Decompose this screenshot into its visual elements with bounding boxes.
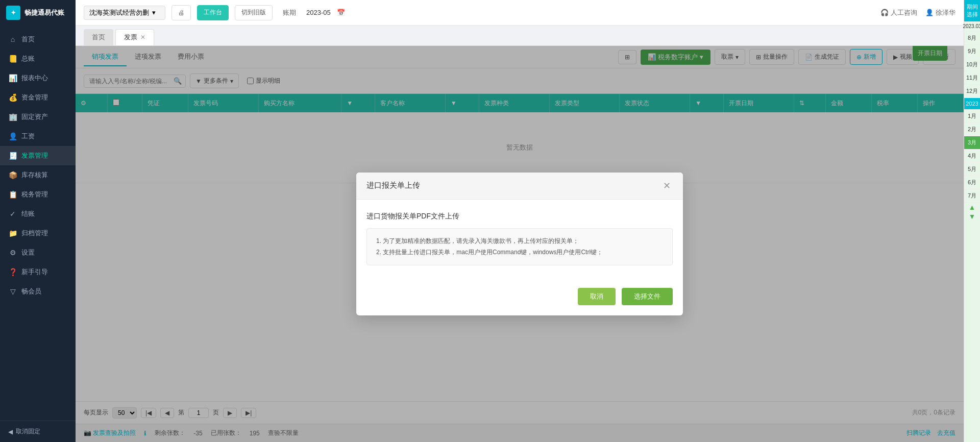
- settings-icon: ⚙: [8, 248, 17, 257]
- sidebar-item-label: 工资: [21, 132, 35, 141]
- period-month-1[interactable]: 9月: [964, 45, 980, 58]
- period-month-10[interactable]: 5月: [964, 163, 980, 176]
- period-month-3[interactable]: 11月: [964, 71, 980, 85]
- reports-icon: 📊: [8, 73, 17, 83]
- sidebar-item-settings[interactable]: ⚙设置: [0, 243, 76, 262]
- modal-dialog: 进口报关单上传 ✕ 进口货物报关单PDF文件上传 1. 为了更加精准的数据匹配，…: [356, 173, 683, 315]
- sidebar-logo: ✦ 畅捷通易代账: [0, 0, 76, 26]
- tabbar: 首页 发票 ✕: [76, 26, 964, 46]
- ledger-icon: 📒: [8, 54, 17, 63]
- period-selector-label[interactable]: 期间选择: [964, 0, 980, 21]
- sidebar-item-label: 畅会员: [21, 287, 41, 296]
- user-profile[interactable]: 👤 徐泽华: [925, 8, 955, 17]
- sidebar-item-label: 总账: [21, 54, 35, 63]
- sidebar-item-home[interactable]: ⌂首页: [0, 30, 76, 49]
- tab-home[interactable]: 首页: [84, 29, 113, 45]
- modal-info-box: 1. 为了更加精准的数据匹配，请先录入海关缴款书，再上传对应的报关单； 2. 支…: [366, 228, 673, 265]
- sidebar-item-label: 结账: [21, 209, 35, 218]
- period-up-btn[interactable]: ▲: [965, 203, 979, 212]
- sidebar-item-inventory[interactable]: 📦库存核算: [0, 165, 76, 185]
- sidebar-item-label: 库存核算: [21, 170, 48, 180]
- salary-icon: 👤: [8, 132, 17, 141]
- sidebar-item-label: 首页: [21, 35, 35, 44]
- modal-body: 进口货物报关单PDF文件上传 1. 为了更加精准的数据匹配，请先录入海关缴款书，…: [356, 200, 683, 288]
- sidebar-item-archive[interactable]: 📁归档管理: [0, 224, 76, 243]
- guide-icon: ❓: [8, 267, 17, 277]
- sidebar-item-tax[interactable]: 📋税务管理: [0, 185, 76, 204]
- period-month-12[interactable]: 7月: [964, 189, 980, 203]
- modal-close-btn[interactable]: ✕: [660, 180, 673, 192]
- settle-icon: ✓: [8, 209, 17, 218]
- sidebar-item-label: 资金管理: [21, 93, 48, 102]
- calendar-icon[interactable]: 📅: [337, 9, 345, 16]
- period-month-2[interactable]: 10月: [964, 58, 980, 71]
- sidebar-item-label: 发票管理: [21, 151, 48, 160]
- inventory-icon: 📦: [8, 170, 17, 180]
- modal-title: 进口报关单上传: [366, 181, 420, 190]
- sidebar-item-salary[interactable]: 👤工资: [0, 127, 76, 146]
- sidebar-item-invoice[interactable]: 🧾发票管理: [0, 146, 76, 165]
- logo-text: 畅捷通易代账: [24, 8, 64, 17]
- topbar: 沈海英测试经营勿删 ▾ 🖨 工作台 切到旧版 账期 2023-05 📅 🎧 人工…: [76, 0, 964, 26]
- modal-overlay[interactable]: 进口报关单上传 ✕ 进口货物报关单PDF文件上传 1. 为了更加精准的数据匹配，…: [76, 46, 964, 442]
- invoice-icon: 🧾: [8, 151, 17, 160]
- right-panel: 期间选择 2023.03 8月9月10月11月12月20231月2月3月4月5月…: [964, 0, 980, 442]
- period-month-11[interactable]: 6月: [964, 176, 980, 189]
- modal-header: 进口报关单上传 ✕: [356, 173, 683, 200]
- sidebar-item-label: 税务管理: [21, 190, 48, 199]
- modal-select-file-btn[interactable]: 选择文件: [622, 288, 673, 305]
- tab-home-label: 首页: [92, 33, 105, 42]
- period-label: 账期: [283, 8, 296, 17]
- headset-icon: 🎧: [880, 9, 889, 16]
- tax-icon: 📋: [8, 190, 17, 199]
- chevron-down-icon: ▾: [152, 9, 156, 16]
- home-icon: ⌂: [8, 35, 17, 44]
- topbar-right: 🎧 人工咨询 👤 徐泽华: [880, 8, 955, 17]
- period-month-9[interactable]: 4月: [964, 150, 980, 163]
- sidebar-item-ledger[interactable]: 📒总账: [0, 49, 76, 68]
- period-month-6[interactable]: 1月: [964, 110, 980, 123]
- sidebar-item-label: 设置: [21, 248, 35, 257]
- modal-section-title: 进口货物报关单PDF文件上传: [366, 212, 673, 221]
- sidebar-item-member[interactable]: ▽畅会员: [0, 282, 76, 301]
- sidebar-footer-label: 取消固定: [16, 427, 40, 436]
- modal-info-item-1: 1. 为了更加精准的数据匹配，请先录入海关缴款书，再上传对应的报关单；: [376, 236, 663, 247]
- sidebar-item-label: 报表中心: [21, 73, 48, 83]
- period-value: 2023-05: [306, 9, 331, 16]
- sidebar-item-label: 固定资产: [21, 112, 48, 121]
- sidebar: ✦ 畅捷通易代账 ⌂首页📒总账📊报表中心💰资金管理🏢固定资产👤工资🧾发票管理📦库…: [0, 0, 76, 442]
- workspace-btn[interactable]: 工作台: [197, 5, 229, 20]
- period-month-7[interactable]: 2月: [964, 123, 980, 136]
- pin-icon: ◀: [8, 428, 13, 435]
- sidebar-item-assets[interactable]: 🏢固定资产: [0, 107, 76, 127]
- tab-invoice[interactable]: 发票 ✕: [115, 29, 154, 45]
- period-month-0[interactable]: 8月: [964, 32, 980, 45]
- print-btn[interactable]: 🖨: [172, 5, 191, 20]
- archive-icon: 📁: [8, 229, 17, 238]
- sidebar-item-guide[interactable]: ❓新手引导: [0, 262, 76, 282]
- modal-footer: 取消 选择文件: [356, 288, 683, 315]
- sidebar-footer-item[interactable]: ◀ 取消固定: [0, 421, 76, 442]
- sidebar-item-reports[interactable]: 📊报表中心: [0, 68, 76, 88]
- switch-version-btn[interactable]: 切到旧版: [235, 5, 273, 20]
- sidebar-item-label: 新手引导: [21, 267, 48, 277]
- year-label-1: 2023.03: [962, 21, 980, 32]
- help-btn[interactable]: 🎧 人工咨询: [880, 8, 917, 17]
- modal-cancel-btn[interactable]: 取消: [578, 288, 616, 305]
- period-month-4[interactable]: 12月: [964, 85, 980, 98]
- sidebar-nav: ⌂首页📒总账📊报表中心💰资金管理🏢固定资产👤工资🧾发票管理📦库存核算📋税务管理✓…: [0, 26, 76, 421]
- company-name: 沈海英测试经营勿删: [89, 8, 149, 17]
- period-down-btn[interactable]: ▼: [965, 212, 979, 221]
- company-selector[interactable]: 沈海英测试经营勿删 ▾: [84, 6, 165, 20]
- tab-invoice-label: 发票: [124, 33, 137, 42]
- period-month-5[interactable]: 2023: [964, 98, 980, 110]
- user-icon: 👤: [925, 9, 934, 16]
- tab-invoice-close[interactable]: ✕: [140, 34, 145, 41]
- logo-icon: ✦: [6, 6, 20, 20]
- sidebar-item-settle[interactable]: ✓结账: [0, 204, 76, 224]
- sidebar-item-funds[interactable]: 💰资金管理: [0, 88, 76, 107]
- period-month-8[interactable]: 3月: [964, 136, 980, 150]
- member-icon: ▽: [8, 287, 17, 296]
- sidebar-item-label: 归档管理: [21, 229, 48, 238]
- period-nav: ▲ ▼: [964, 203, 980, 221]
